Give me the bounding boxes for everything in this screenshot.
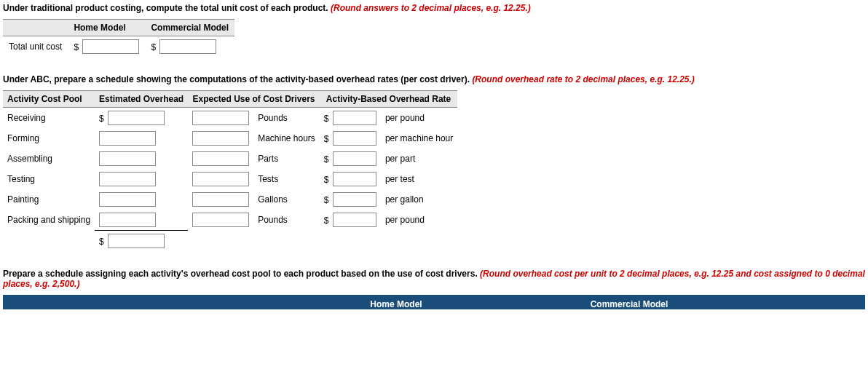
dollar-sign: $ [324, 195, 329, 205]
estimated-cell [95, 128, 188, 149]
unit-label: Parts [253, 149, 320, 169]
expected-cell [188, 108, 253, 129]
estimated-cell [95, 210, 188, 231]
dollar-sign: $ [324, 175, 329, 185]
section2-header-estimated: Estimated Overhead [95, 91, 188, 108]
expected-cell [188, 149, 253, 169]
rate-input[interactable] [333, 172, 376, 186]
unit-label: Gallons [253, 189, 320, 210]
rate-cell: $ [320, 210, 381, 231]
rate-input[interactable] [333, 131, 376, 146]
dollar-sign: $ [99, 114, 104, 124]
section1-instruction-text: Under traditional product costing, compu… [3, 3, 331, 13]
expected-use-input[interactable] [192, 192, 249, 207]
estimated-cell: $ [95, 108, 188, 129]
expected-cell [188, 210, 253, 231]
total-unit-cost-label: Total unit cost [3, 36, 68, 58]
section1-table: Home Model Commercial Model Total unit c… [3, 19, 234, 57]
per-label: per gallon [381, 189, 457, 210]
estimated-cell [95, 189, 188, 210]
section2-header-pool: Activity Cost Pool [3, 91, 95, 108]
pool-label: Receiving [3, 108, 95, 129]
rate-input[interactable] [333, 151, 376, 166]
estimated-overhead-total-input[interactable] [108, 234, 165, 248]
unit-label: Pounds [253, 210, 320, 231]
estimated-overhead-input[interactable] [108, 111, 165, 125]
dollar-sign: $ [324, 134, 329, 144]
total-unit-cost-commercial-cell: $ [145, 36, 234, 58]
total-unit-cost-home-cell: $ [68, 36, 145, 58]
expected-use-input[interactable] [192, 213, 249, 227]
expected-use-input[interactable] [192, 131, 249, 146]
section1-header-commercial: Commercial Model [145, 20, 234, 36]
total-row: $ [3, 231, 457, 252]
table-row: Testing Tests $ per test [3, 169, 457, 189]
expected-use-input[interactable] [192, 111, 249, 125]
unit-label: Machine hours [253, 128, 320, 149]
dollar-sign: $ [99, 237, 104, 247]
estimated-overhead-input[interactable] [99, 192, 156, 207]
section1-instruction: Under traditional product costing, compu… [3, 3, 865, 13]
per-label: per part [381, 149, 457, 169]
pool-label: Painting [3, 189, 95, 210]
rate-cell: $ [320, 108, 381, 129]
expected-cell [188, 169, 253, 189]
rate-cell: $ [320, 189, 381, 210]
table-row: Painting Gallons $ per gallon [3, 189, 457, 210]
estimated-overhead-input[interactable] [99, 151, 156, 166]
table-row: Packing and shipping Pounds $ per pound [3, 210, 457, 231]
estimated-cell [95, 169, 188, 189]
pool-label: Packing and shipping [3, 210, 95, 231]
section2-instruction: Under ABC, prepare a schedule showing th… [3, 74, 865, 84]
per-label: per pound [381, 108, 457, 129]
section3-header-home: Home Model [280, 299, 513, 309]
section3-instruction-text: Prepare a schedule assigning each activi… [3, 269, 480, 279]
rate-input[interactable] [333, 111, 376, 125]
estimated-overhead-input[interactable] [99, 213, 156, 227]
expected-use-input[interactable] [192, 172, 249, 186]
rate-input[interactable] [333, 192, 376, 207]
dollar-sign: $ [324, 154, 329, 165]
expected-use-input[interactable] [192, 151, 249, 166]
expected-cell [188, 128, 253, 149]
table-row: Receiving $ Pounds $ per pound [3, 108, 457, 129]
rate-input[interactable] [333, 213, 376, 227]
section2-header-expected: Expected Use of Cost Drivers [188, 91, 320, 108]
unit-label: Tests [253, 169, 320, 189]
pool-label: Testing [3, 169, 95, 189]
estimated-cell [95, 149, 188, 169]
section2-instruction-note: (Round overhead rate to 2 decimal places… [472, 74, 694, 84]
table-row: Forming Machine hours $ per machine hour [3, 128, 457, 149]
dollar-sign: $ [324, 114, 329, 124]
section2-header-rate: Activity-Based Overhead Rate [320, 91, 457, 108]
section1-header-home: Home Model [68, 20, 145, 36]
dollar-sign: $ [324, 215, 329, 226]
section1-header-blank [3, 20, 68, 36]
table-row: Assembling Parts $ per part [3, 149, 457, 169]
section3-header-bar: Home Model Commercial Model [3, 295, 865, 309]
rate-cell: $ [320, 169, 381, 189]
per-label: per test [381, 169, 457, 189]
pool-label: Forming [3, 128, 95, 149]
unit-label: Pounds [253, 108, 320, 129]
pool-label: Assembling [3, 149, 95, 169]
per-label: per pound [381, 210, 457, 231]
dollar-sign: $ [151, 42, 156, 52]
rate-cell: $ [320, 128, 381, 149]
section3-header-commercial: Commercial Model [513, 299, 746, 309]
estimated-total-cell: $ [95, 231, 188, 252]
total-unit-cost-commercial-input[interactable] [159, 39, 216, 54]
section3-instruction: Prepare a schedule assigning each activi… [3, 269, 865, 289]
section2-table: Activity Cost Pool Estimated Overhead Ex… [3, 90, 457, 251]
total-unit-cost-home-input[interactable] [82, 39, 139, 54]
estimated-overhead-input[interactable] [99, 172, 156, 186]
estimated-overhead-input[interactable] [99, 131, 156, 146]
per-label: per machine hour [381, 128, 457, 149]
expected-cell [188, 189, 253, 210]
section2-instruction-text: Under ABC, prepare a schedule showing th… [3, 74, 472, 84]
dollar-sign: $ [74, 42, 79, 52]
rate-cell: $ [320, 149, 381, 169]
section1-instruction-note: (Round answers to 2 decimal places, e.g.… [331, 3, 531, 13]
